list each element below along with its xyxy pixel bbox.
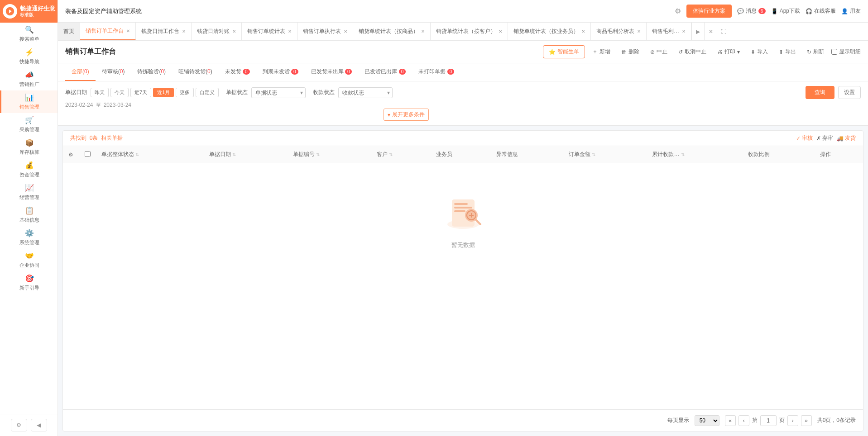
page-last-btn[interactable]: » xyxy=(801,415,812,426)
sub-tab-pending-inspect[interactable]: 待拣验货(0) xyxy=(131,63,172,81)
message-btn[interactable]: 💬 消息 6 xyxy=(737,7,766,15)
add-btn[interactable]: ＋ 新增 xyxy=(589,46,614,58)
sub-tab-unshipped[interactable]: 未发货 0 xyxy=(219,63,256,81)
approve-btn[interactable]: ✓ 审核 xyxy=(796,134,813,142)
sidebar-item-guide[interactable]: 🎯 新手引导 xyxy=(0,271,58,294)
online-service-btn[interactable]: 🎧 在线客服 xyxy=(806,7,836,15)
col-cumulative: 累计收款… ⇅ xyxy=(647,146,742,163)
page-size-select[interactable]: 50 20 100 200 xyxy=(695,415,719,426)
page-first-btn[interactable]: « xyxy=(725,415,736,426)
col-cumulative-sort[interactable]: ⇅ xyxy=(681,152,685,157)
tab-sales-order-workbench[interactable]: 销售订单工作台 ✕ xyxy=(80,23,136,40)
sidebar-collapse-btn[interactable]: ◀ xyxy=(31,419,47,431)
experience-btn[interactable]: 体验行业方案 xyxy=(686,5,732,18)
date-btn-more[interactable]: 更多 xyxy=(176,88,194,97)
sidebar-item-inventory[interactable]: 📦 库存核算 xyxy=(0,136,58,158)
tab-salessalesperson-close[interactable]: ✕ xyxy=(581,29,585,34)
export-btn[interactable]: ⬆ 导出 xyxy=(775,46,800,58)
tab-salesgross-close[interactable]: ✕ xyxy=(682,29,686,34)
reject-btn[interactable]: ✗ 弃审 xyxy=(816,134,833,142)
setting-btn[interactable]: 设置 xyxy=(838,86,861,99)
select-all-checkbox[interactable] xyxy=(85,151,91,157)
sidebar-item-purchase[interactable]: 🛒 采购管理 xyxy=(0,113,58,136)
sidebar-item-finance[interactable]: 💰 资金管理 xyxy=(0,158,58,181)
operations-icon: 📈 xyxy=(25,184,34,192)
tab-sales-exec[interactable]: 销售订单执行表 ✕ xyxy=(297,23,353,40)
tab-cashreconcile-close[interactable]: ✕ xyxy=(232,29,236,34)
sub-tab-all[interactable]: 全部(0) xyxy=(65,63,96,81)
page-next-btn[interactable]: › xyxy=(787,415,798,426)
tab-salesorder-close[interactable]: ✕ xyxy=(126,28,130,33)
sidebar-item-sales[interactable]: 📊 销售管理 xyxy=(0,90,58,113)
date-btn-yesterday[interactable]: 昨天 xyxy=(91,88,109,97)
show-detail-input[interactable] xyxy=(831,49,837,55)
col-customer-sort[interactable]: ⇅ xyxy=(389,152,393,157)
tab-salesproduct-close[interactable]: ✕ xyxy=(421,29,425,34)
sidebar-settings-btn[interactable]: ⚙ xyxy=(11,419,27,431)
col-amount: 订单金额 ⇅ xyxy=(563,146,647,163)
tab-sales-gross[interactable]: 销售毛利… ✕ xyxy=(647,23,691,40)
tab-sales-customer[interactable]: 销货单统计表（按客户） ✕ xyxy=(431,23,508,40)
date-btn-custom[interactable]: 自定义 xyxy=(196,88,219,97)
page-prev-btn[interactable]: ‹ xyxy=(739,415,749,426)
sidebar-item-system[interactable]: ⚙️ 系统管理 xyxy=(0,226,58,249)
sub-tab-overdue-unshipped[interactable]: 到期未发货 0 xyxy=(256,63,305,81)
sub-tab-shipped-out[interactable]: 已发货已出库 0 xyxy=(358,63,412,81)
tab-close-all-btn[interactable]: ✕ xyxy=(704,23,717,40)
tab-salesstats-close[interactable]: ✕ xyxy=(288,29,292,34)
import-btn[interactable]: ⬇ 导入 xyxy=(747,46,772,58)
page-input[interactable] xyxy=(760,415,777,426)
app-download-btn[interactable]: 📱 App下载 xyxy=(771,7,800,15)
query-btn[interactable]: 查询 xyxy=(806,86,834,99)
col-amount-sort[interactable]: ⇅ xyxy=(592,152,595,157)
sub-tab-wangpu-pending[interactable]: 旺铺待发货(0) xyxy=(172,63,219,81)
date-btn-7days[interactable]: 近7天 xyxy=(130,88,151,97)
sub-tab-unprinted[interactable]: 未打印单据 0 xyxy=(412,63,460,81)
tab-grossmargin-close[interactable]: ✕ xyxy=(637,29,641,34)
date-btn-1month[interactable]: 近1月 xyxy=(153,88,174,97)
delete-btn[interactable]: 🗑 删除 xyxy=(618,46,643,58)
tab-overflow-btn[interactable]: ▶ xyxy=(691,23,704,40)
sidebar-item-basic-info[interactable]: 📋 基础信息 xyxy=(0,204,58,226)
sub-tab-pending-review[interactable]: 待审核(0) xyxy=(96,63,131,81)
col-number-sort[interactable]: ⇅ xyxy=(316,152,320,157)
show-detail-checkbox[interactable]: 显示明细 xyxy=(831,48,861,56)
user-menu-btn[interactable]: 👤 用友 xyxy=(841,7,861,15)
cancel-stop-btn[interactable]: ↺ 取消中止 xyxy=(675,46,710,58)
sidebar-item-enterprise[interactable]: 🤝 企业协同 xyxy=(0,249,58,271)
sidebar-item-marketing[interactable]: 📣 营销推广 xyxy=(0,68,58,90)
tab-home[interactable]: 首页 xyxy=(58,23,80,40)
tab-sales-product[interactable]: 销货单统计表（按商品） ✕ xyxy=(353,23,431,40)
sidebar-nav: 🔍 搜索菜单 ⚡ 快捷导航 📣 营销推广 📊 销售管理 🛒 采购管理 📦 库存核… xyxy=(0,23,58,414)
status-select[interactable]: 单据状态 xyxy=(251,87,306,98)
sub-tab-shipped-not-out[interactable]: 已发货未出库 0 xyxy=(305,63,359,81)
tab-cashdaily-close[interactable]: ✕ xyxy=(182,29,186,34)
sidebar-item-basicinfo-label: 基础信息 xyxy=(19,217,39,223)
col-status-sort[interactable]: ⇅ xyxy=(135,152,139,157)
tab-sales-stats[interactable]: 销售订单统计表 ✕ xyxy=(242,23,297,40)
print-btn[interactable]: 🖨 打印 ▾ xyxy=(714,46,743,58)
system-settings-icon[interactable]: ⚙ xyxy=(675,7,681,15)
sidebar-item-operations[interactable]: 📈 经营管理 xyxy=(0,181,58,204)
payment-select[interactable]: 收款状态 xyxy=(338,87,393,98)
tab-cash-reconcile[interactable]: 钱货日清对账 ✕ xyxy=(192,23,242,40)
ship-btn[interactable]: 🚚 发货 xyxy=(837,134,856,142)
stop-btn[interactable]: ⊘ 中止 xyxy=(647,46,671,58)
refresh-btn[interactable]: ↻ 刷新 xyxy=(803,46,828,58)
sidebar-item-quick-nav[interactable]: ⚡ 快捷导航 xyxy=(0,45,58,68)
add-btn-label: 新增 xyxy=(599,48,610,56)
smart-create-btn[interactable]: ⭐ 智能生单 xyxy=(543,45,585,58)
date-btn-today[interactable]: 今天 xyxy=(110,88,129,97)
tab-cash-daily-workbench[interactable]: 钱货日清工作台 ✕ xyxy=(136,23,192,40)
tab-salescustomer-close[interactable]: ✕ xyxy=(499,29,502,34)
sidebar-item-search[interactable]: 🔍 搜索菜单 xyxy=(0,23,58,45)
message-badge: 6 xyxy=(758,8,766,14)
col-date-sort[interactable]: ⇅ xyxy=(232,152,236,157)
tab-salesexec-close[interactable]: ✕ xyxy=(344,29,347,34)
tab-gross-margin[interactable]: 商品毛利分析表 ✕ xyxy=(591,23,647,40)
table-scroll[interactable]: ⚙ 单据整体状态 ⇅ 单据日期 ⇅ xyxy=(63,146,863,409)
col-settings-icon[interactable]: ⚙ xyxy=(68,152,73,158)
tab-sales-salesperson[interactable]: 销货单统计表（按业务员） ✕ xyxy=(508,23,591,40)
expand-filter-btn[interactable]: ▾ 展开更多条件 xyxy=(384,109,429,121)
tab-fullscreen-btn[interactable]: ⛶ xyxy=(717,23,729,40)
